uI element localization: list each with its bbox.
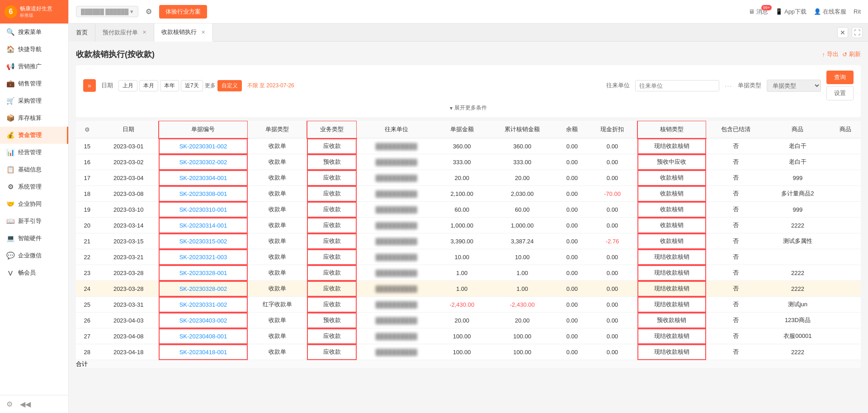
date-last-7days-btn[interactable]: 近7天 xyxy=(181,80,203,91)
bill-no-link[interactable]: SK-20230315-002 xyxy=(179,238,227,245)
sidebar-item-wechat[interactable]: 💬企业微信 xyxy=(0,247,68,264)
cell-date: 2023-03-31 xyxy=(98,297,159,313)
app-download-button[interactable]: 📱 App下载 xyxy=(775,8,807,16)
cell-bill-no: SK-20230304-001 xyxy=(159,170,248,186)
tab-receipt[interactable]: 收款核销执行 ✕ xyxy=(154,24,213,42)
date-this-month-btn[interactable]: 本月 xyxy=(139,80,158,91)
bill-no-link[interactable]: SK-20230408-001 xyxy=(179,333,227,340)
tab-home[interactable]: 首页 xyxy=(69,24,95,42)
table-body: 15 2023-03-01 SK-20230301-002 收款单 应收款 ██… xyxy=(76,138,861,360)
bill-no-link[interactable]: SK-20230302-002 xyxy=(179,159,227,166)
expand-tab-icon[interactable]: ⛶ xyxy=(852,27,863,38)
cell-goods2 xyxy=(830,265,861,281)
close-tab-icon[interactable]: ✕ xyxy=(837,27,848,38)
sidebar-item-guide[interactable]: 📖新手引导 xyxy=(0,213,68,230)
bill-no-link[interactable]: SK-20230310-001 xyxy=(179,206,227,213)
cell-cash-discount: 0.00 xyxy=(587,138,637,154)
tab-receipt-close[interactable]: ✕ xyxy=(201,29,205,35)
sidebar-item-system[interactable]: ⚙系统管理 xyxy=(0,178,68,195)
bill-no-link[interactable]: SK-20230321-003 xyxy=(179,254,227,261)
query-button[interactable]: 查询 xyxy=(826,71,854,84)
cell-unit: ██████████ xyxy=(357,202,436,218)
cell-goods: 999 xyxy=(765,202,830,218)
cell-goods: 衣服00001 xyxy=(765,328,830,344)
bill-no-link[interactable]: SK-20230331-002 xyxy=(179,301,227,308)
th-include-settled: 包含已结清 xyxy=(706,121,765,138)
refresh-icon: ↺ xyxy=(842,51,847,58)
user-menu[interactable]: Rit xyxy=(854,8,861,15)
sidebar-item-inventory[interactable]: 📦库存核算 xyxy=(0,109,68,127)
tab-prepay-close[interactable]: ✕ xyxy=(142,29,146,35)
cell-cancel-type: 现结收款核销 xyxy=(637,138,706,154)
bill-no-link[interactable]: SK-20230328-001 xyxy=(179,270,227,276)
th-amount: 单据金额 xyxy=(436,121,488,138)
cell-cancel-type: 现结收款核销 xyxy=(637,281,706,297)
export-button[interactable]: ↑ 导出 xyxy=(822,50,839,58)
cell-cash-discount: 0.00 xyxy=(587,328,637,344)
sidebar-item-nav[interactable]: 🏠快捷导航 xyxy=(0,41,68,58)
sidebar-item-base[interactable]: 📋基础信息 xyxy=(0,161,68,178)
operations-icon: 📊 xyxy=(6,148,14,157)
cell-goods: 2222 xyxy=(765,265,830,281)
filter-expand-button[interactable]: » xyxy=(83,79,96,92)
topbar-right: 🖥 消息 99+ 📱 App下载 👤 在线客服 Rit xyxy=(749,8,861,16)
message-button[interactable]: 🖥 消息 99+ xyxy=(749,8,768,16)
sidebar-item-search[interactable]: 🔍搜索菜单 xyxy=(0,24,68,41)
tab-prepay[interactable]: 预付款应付单 ✕ xyxy=(95,24,154,42)
cell-no: 27 xyxy=(76,328,98,344)
bill-no-link[interactable]: SK-20230328-002 xyxy=(179,285,227,292)
unit-filter-input[interactable] xyxy=(635,80,719,91)
sidebar-item-purchase[interactable]: 🛒采购管理 xyxy=(0,92,68,109)
message-icon: 🖥 xyxy=(749,8,755,15)
sidebar-label-marketing: 营销推广 xyxy=(18,62,42,71)
filter-settings-button[interactable]: 设置 xyxy=(826,86,854,100)
table-row: 25 2023-03-31 SK-20230331-002 红字收款单 应收款 … xyxy=(76,297,861,313)
store-selector[interactable]: ██████ ██████ ▾ xyxy=(76,6,138,17)
sidebar-item-member[interactable]: V畅会员 xyxy=(0,264,68,281)
th-gear[interactable]: ⚙ xyxy=(76,121,98,138)
sidebar-item-sales[interactable]: 💼销售管理 xyxy=(0,75,68,92)
bill-no-link[interactable]: SK-20230314-001 xyxy=(179,222,227,229)
bill-no-link[interactable]: SK-20230403-002 xyxy=(179,317,227,324)
sidebar-item-enterprise[interactable]: 🤝企业协同 xyxy=(0,195,68,213)
date-custom-btn[interactable]: 自定义 xyxy=(217,80,242,91)
expand-more-button[interactable]: ▾ 展开更多条件 xyxy=(450,104,487,112)
expand-more-label: 展开更多条件 xyxy=(454,104,487,112)
refresh-button[interactable]: ↺ 刷新 xyxy=(842,50,861,58)
solution-button[interactable]: 体验行业方案 xyxy=(159,5,207,19)
cell-cancel-type: 现结收款核销 xyxy=(637,249,706,265)
bill-no-link[interactable]: SK-20230418-001 xyxy=(179,349,227,356)
cell-unit: ██████████ xyxy=(357,138,436,154)
table-footer-row: 合计 xyxy=(76,360,861,369)
cell-cash-discount: 0.00 xyxy=(587,313,637,328)
date-this-year-btn[interactable]: 本年 xyxy=(160,80,179,91)
bill-no-link[interactable]: SK-20230308-001 xyxy=(179,190,227,197)
cell-biz-type: 应收款 xyxy=(307,281,357,297)
cell-cum-amount: 100.00 xyxy=(488,344,557,360)
sidebar-item-operations[interactable]: 📊经营管理 xyxy=(0,144,68,161)
sidebar-item-hardware[interactable]: 💻智能硬件 xyxy=(0,230,68,247)
logo-icon: 6 xyxy=(5,5,17,18)
date-filter-label: 日期 xyxy=(101,81,113,90)
settings-icon[interactable]: ⚙ xyxy=(6,400,13,408)
cell-bill-no: SK-20230321-003 xyxy=(159,249,248,265)
chevron-down-icon: ▾ xyxy=(130,8,133,15)
bill-no-link[interactable]: SK-20230304-001 xyxy=(179,175,227,181)
cell-include-settled: 否 xyxy=(706,313,765,328)
cell-biz-type: 应收款 xyxy=(307,170,357,186)
sidebar-item-marketing[interactable]: 📢营销推广 xyxy=(0,58,68,75)
cell-biz-type: 应收款 xyxy=(307,344,357,360)
cell-goods2 xyxy=(830,202,861,218)
cell-unit: ██████████ xyxy=(357,265,436,281)
date-last-month-btn[interactable]: 上月 xyxy=(118,80,137,91)
cell-cash-discount: 0.00 xyxy=(587,297,637,313)
online-service-button[interactable]: 👤 在线客服 xyxy=(814,8,846,16)
cell-goods2 xyxy=(830,186,861,202)
settings-gear-icon[interactable]: ⚙ xyxy=(142,5,156,19)
inventory-icon: 📦 xyxy=(6,114,14,122)
bill-no-link[interactable]: SK-20230301-002 xyxy=(179,143,227,150)
collapse-icon[interactable]: ◀◀ xyxy=(20,400,31,408)
cell-no: 18 xyxy=(76,186,98,202)
sidebar-item-finance[interactable]: 💰资金管理 xyxy=(0,127,68,144)
type-filter-select[interactable]: 单据类型 xyxy=(767,80,821,92)
